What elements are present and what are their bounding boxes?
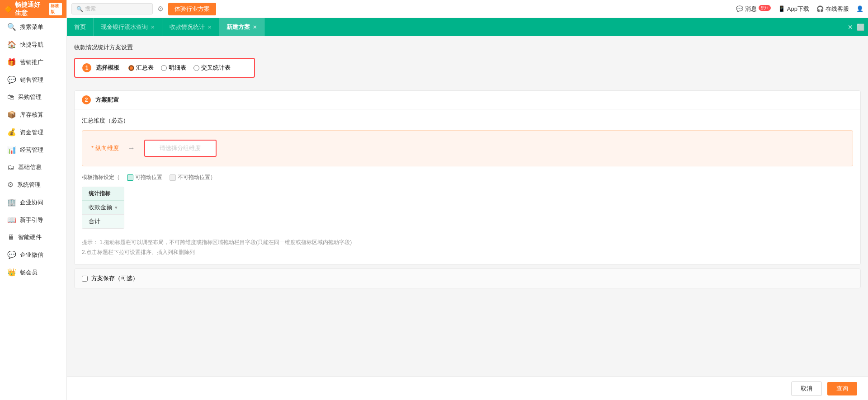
sidebar-item-wechat[interactable]: 💬 企业微信 (0, 246, 66, 264)
sidebar-item-label: 经营管理 (20, 146, 43, 154)
radio-cross-input[interactable] (193, 65, 199, 71)
sidebar-item-search-menu[interactable]: 🔍 搜索菜单 (0, 18, 66, 36)
sidebar-logo: 🔶 畅捷通好生意 标准版 (0, 0, 66, 18)
sidebar-item-newbie[interactable]: 📖 新手引导 (0, 211, 66, 229)
topbar-search[interactable]: 🔍 搜索 (71, 3, 153, 14)
message-badge: 99+ (759, 5, 771, 11)
step2-body: 汇总维度（必选） * 纵向维度 → 请选择分组维度 模板指标设定（ 可拖动位置 (75, 109, 860, 264)
tab-bank-flow-close[interactable]: ✕ (151, 24, 155, 30)
sidebar-item-enterprise[interactable]: 🏢 企业协同 (0, 193, 66, 211)
tab-new-plan-close[interactable]: ✕ (253, 24, 257, 30)
vertical-label: * 纵向维度 (91, 144, 119, 152)
dimension-section-label: 汇总维度（必选） (82, 117, 853, 125)
marketing-icon: 🎁 (7, 58, 16, 66)
sidebar-item-member[interactable]: 👑 畅会员 (0, 264, 66, 281)
radio-summary-input[interactable] (128, 65, 134, 71)
stat-table-header: 统计指标 (82, 187, 124, 201)
system-icon: ⚙ (7, 180, 14, 189)
query-button[interactable]: 查询 (827, 382, 857, 395)
radio-detail[interactable]: 明细表 (161, 64, 186, 72)
radio-cross-label: 交叉统计表 (201, 64, 231, 72)
radio-cross[interactable]: 交叉统计表 (193, 64, 231, 72)
radio-summary[interactable]: 汇总表 (128, 64, 154, 72)
tab-bank-flow[interactable]: 现金银行流水查询 ✕ (94, 18, 162, 36)
sidebar-item-inventory[interactable]: 📦 库存核算 (0, 106, 66, 123)
stat-row-label: 合计 (89, 218, 100, 225)
fixed-label: 不可拖动位置） (178, 174, 216, 181)
enterprise-icon: 🏢 (7, 198, 16, 207)
home-icon: 🏠 (7, 40, 16, 49)
radio-summary-label: 汇总表 (136, 64, 154, 72)
tab-home[interactable]: 首页 (67, 18, 94, 36)
indicator-settings-label: 模板指标设定（ (82, 174, 120, 181)
stat-col-receipts[interactable]: 收款金额 ▾ (82, 201, 124, 215)
topbar: 🔍 搜索 ⚙ 体验行业方案 💬 消息 99+ 📱 App下载 🎧 在线客服 👤 (67, 0, 868, 18)
indicator-section: 模板指标设定（ 可拖动位置 不可拖动位置） 统计指标 (82, 174, 853, 231)
tab-receipt-stat-label: 收款情况统计 (170, 23, 205, 31)
sidebar-item-quick-nav[interactable]: 🏠 快捷导航 (0, 36, 66, 53)
legend-draggable: 可拖动位置 (127, 174, 162, 181)
page-content: 收款情况统计方案设置 1 选择模板 汇总表 明细表 交叉统计表 (67, 36, 868, 376)
user-info[interactable]: 👤 (856, 5, 863, 12)
online-support-btn[interactable]: 🎧 在线客服 (816, 5, 849, 13)
sidebar: 🔶 畅捷通好生意 标准版 🔍 搜索菜单 🏠 快捷导航 🎁 营销推广 💬 销售管理… (0, 0, 67, 400)
tip-2: 2.点击标题栏下拉可设置排序、插入列和删除列 (82, 248, 853, 258)
support-icon: 🎧 (816, 5, 824, 12)
app-download-btn[interactable]: 📱 App下载 (778, 5, 809, 13)
sidebar-item-operation[interactable]: 📊 经营管理 (0, 141, 66, 159)
gear-icon[interactable]: ⚙ (157, 5, 164, 13)
col-dropdown-icon[interactable]: ▾ (115, 205, 118, 211)
industry-btn[interactable]: 体验行业方案 (168, 3, 216, 15)
tip-1: 提示： 1.拖动标题栏可以调整布局，不可跨维度或指标区域拖动栏目字段(只能在同一… (82, 238, 853, 248)
tabbar: 首页 现金银行流水查询 ✕ 收款情况统计 ✕ 新建方案 ✕ ✕ ⬜ (67, 18, 868, 36)
newbie-icon: 📖 (7, 216, 16, 224)
step1-row: 1 选择模板 汇总表 明细表 交叉统计表 (74, 58, 255, 78)
radio-detail-input[interactable] (161, 65, 167, 71)
wechat-icon: 💬 (7, 250, 16, 259)
cancel-button[interactable]: 取消 (791, 381, 822, 396)
search-placeholder: 搜索 (85, 5, 96, 13)
tab-close-all-btn[interactable]: ✕ (848, 24, 853, 31)
tab-home-label: 首页 (74, 23, 86, 31)
step2-header: 2 方案配置 (75, 91, 860, 109)
step2-label: 方案配置 (95, 96, 119, 104)
sidebar-item-finance[interactable]: 💰 资金管理 (0, 123, 66, 141)
draggable-icon (127, 174, 133, 181)
sidebar-item-basic[interactable]: 🗂 基础信息 (0, 159, 66, 176)
sidebar-item-marketing[interactable]: 🎁 营销推广 (0, 53, 66, 71)
sidebar-item-purchase[interactable]: 🛍 采购管理 (0, 89, 66, 106)
stat-col-label: 收款金额 (89, 203, 112, 212)
sidebar-item-system[interactable]: ⚙ 系统管理 (0, 176, 66, 193)
tab-new-plan-label: 新建方案 (226, 23, 250, 31)
tab-new-plan[interactable]: 新建方案 ✕ (219, 18, 264, 36)
step1-number: 1 (82, 63, 91, 72)
dimension-area: * 纵向维度 → 请选择分组维度 (82, 130, 853, 166)
stat-indicator-table: 统计指标 收款金额 ▾ 合计 (82, 187, 124, 229)
hardware-icon: 🖥 (7, 233, 14, 241)
dimension-arrow: → (128, 144, 135, 152)
logo-badge: 标准版 (49, 3, 62, 15)
bottom-bar: 取消 查询 (67, 376, 868, 400)
tab-receipt-stat-close[interactable]: ✕ (208, 24, 212, 30)
operation-icon: 📊 (7, 146, 16, 154)
sidebar-item-label: 销售管理 (20, 76, 43, 84)
message-label: 消息 (745, 5, 757, 13)
sidebar-item-hardware[interactable]: 🖥 智能硬件 (0, 229, 66, 246)
dimension-placeholder[interactable]: 请选择分组维度 (144, 140, 217, 157)
tip-section: 提示： 1.拖动标题栏可以调整布局，不可跨维度或指标区域拖动栏目字段(只能在同一… (82, 238, 853, 257)
sidebar-item-label: 智能硬件 (18, 233, 42, 241)
sidebar-item-sales[interactable]: 💬 销售管理 (0, 71, 66, 89)
tab-receipt-stat[interactable]: 收款情况统计 ✕ (162, 18, 219, 36)
tab-bank-flow-label: 现金银行流水查询 (101, 23, 148, 31)
message-btn[interactable]: 💬 消息 99+ (736, 5, 771, 13)
logo-text: 畅捷通好生意 (15, 1, 47, 17)
save-row: 方案保存（可选） (74, 268, 861, 288)
sidebar-item-label: 系统管理 (17, 181, 41, 189)
sidebar-item-label: 企业微信 (20, 251, 43, 259)
save-checkbox[interactable] (82, 276, 88, 282)
sidebar-item-label: 畅会员 (20, 268, 38, 277)
sidebar-item-label: 搜索菜单 (20, 23, 43, 31)
search-menu-icon: 🔍 (7, 23, 16, 31)
tabbar-actions: ✕ ⬜ (844, 18, 868, 36)
tab-maximize-btn[interactable]: ⬜ (857, 24, 864, 31)
